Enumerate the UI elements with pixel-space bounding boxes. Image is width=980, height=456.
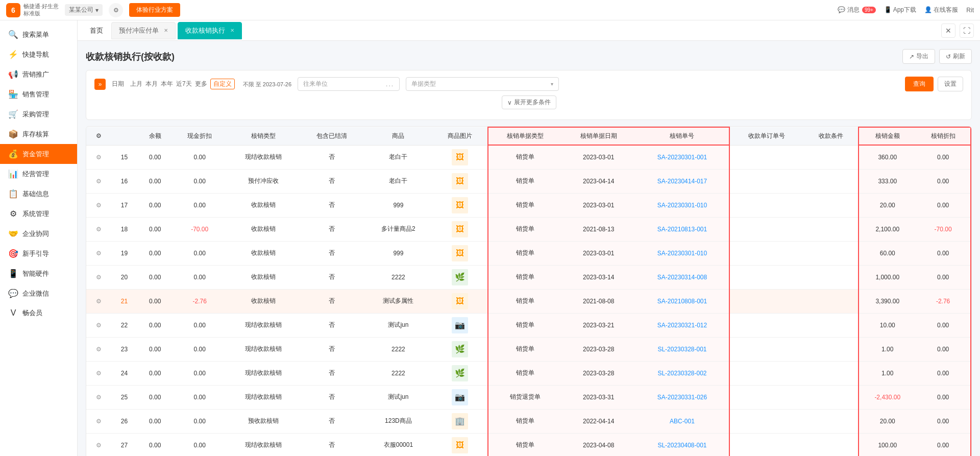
row-receipt-condition — [804, 145, 859, 169]
write-off-no-link[interactable]: SA-20230321-012 — [657, 322, 707, 329]
row-write-off-type: 现结收款核销 — [227, 145, 300, 169]
write-off-no-link[interactable]: SA-20230301-010 — [657, 202, 707, 209]
date-this-year[interactable]: 本年 — [161, 80, 173, 88]
sidebar-item-basic[interactable]: 📋 基础信息 — [0, 184, 77, 204]
write-off-no-link[interactable]: SA-20230314-008 — [657, 274, 707, 281]
refresh-button[interactable]: ↺ 刷新 — [939, 49, 972, 64]
row-settings-icon[interactable]: ⚙ — [86, 409, 111, 433]
date-more[interactable]: 更多 — [195, 80, 207, 88]
sidebar-item-system[interactable]: ⚙ 系统管理 — [0, 204, 77, 224]
date-this-month[interactable]: 本月 — [145, 80, 158, 88]
product-image-thumb: 🖼 — [452, 197, 468, 213]
sidebar-item-sales[interactable]: 🏪 销售管理 — [0, 84, 77, 104]
row-settings-icon[interactable]: ⚙ — [86, 241, 111, 265]
sidebar-item-marketing[interactable]: 📢 营销推广 — [0, 64, 77, 84]
row-write-off-amount: 1.00 — [859, 337, 916, 361]
table-row: ⚙260.000.00预收款核销否123D商品🏢销货单2022-04-14ABC… — [86, 409, 971, 433]
row-settings-icon[interactable]: ⚙ — [86, 145, 111, 169]
row-settings-icon[interactable]: ⚙ — [86, 265, 111, 289]
row-receipt-condition — [804, 361, 859, 385]
row-receipt-order-no — [729, 409, 803, 433]
row-receipt-condition — [804, 337, 859, 361]
row-receipt-condition — [804, 289, 859, 313]
date-custom[interactable]: 自定义 — [210, 79, 235, 89]
settings-icon[interactable]: ⚙ — [109, 3, 123, 17]
write-off-no-link[interactable]: ABC-001 — [670, 418, 695, 425]
tab-home[interactable]: 首页 — [84, 26, 109, 35]
th-write-off-amount: 核销金额 — [859, 127, 916, 145]
messages-button[interactable]: 💬 消息 99+ — [838, 6, 876, 14]
row-cash-discount: 0.00 — [173, 241, 227, 265]
sidebar-item-purchase[interactable]: 🛒 采购管理 — [0, 104, 77, 124]
sidebar-item-operation[interactable]: 📊 经营管理 — [0, 164, 77, 184]
sidebar-item-collab[interactable]: 🤝 企业协同 — [0, 224, 77, 244]
write-off-no-link[interactable]: SL-20230408-001 — [657, 442, 706, 449]
row-write-off-amount: 20.00 — [859, 409, 916, 433]
sidebar-item-guide[interactable]: 🎯 新手引导 — [0, 244, 77, 263]
row-settings-icon[interactable]: ⚙ — [86, 385, 111, 409]
trial-button[interactable]: 体验行业方案 — [129, 3, 180, 17]
row-settings-icon[interactable]: ⚙ — [86, 289, 111, 313]
tab-prepayment[interactable]: 预付冲应付单 ✕ — [111, 22, 176, 39]
row-settings-icon[interactable]: ⚙ — [86, 433, 111, 456]
row-settings-icon[interactable]: ⚙ — [86, 313, 111, 337]
app-download-button[interactable]: 📱 App下载 — [884, 6, 916, 14]
row-write-off-date: 2023-03-28 — [562, 337, 635, 361]
write-off-no-link[interactable]: SA-20230301-001 — [657, 154, 707, 161]
row-balance: 0.00 — [137, 217, 173, 241]
row-no: 19 — [111, 241, 137, 265]
partner-label: 往来单位 — [303, 80, 328, 88]
row-cash-discount: 0.00 — [173, 409, 227, 433]
sidebar-item-hardware[interactable]: 📱 智能硬件 — [0, 263, 77, 283]
row-settings-icon[interactable]: ⚙ — [86, 169, 111, 193]
row-receipt-order-no — [729, 313, 803, 337]
tab-bar-actions: ✕ ⛶ — [941, 23, 974, 38]
write-off-no-link[interactable]: SA-20210813-001 — [657, 226, 707, 233]
tab-close-icon[interactable]: ✕ — [230, 28, 234, 33]
query-button[interactable]: 查询 — [905, 77, 934, 91]
row-settings-icon[interactable]: ⚙ — [86, 361, 111, 385]
row-balance: 0.00 — [137, 361, 173, 385]
filter-settings-button[interactable]: 设置 — [938, 77, 963, 91]
sidebar-item-wechat[interactable]: 💬 企业微信 — [0, 283, 77, 303]
write-off-no-link[interactable]: SA-20230301-010 — [657, 250, 707, 257]
date-last-month[interactable]: 上月 — [130, 80, 142, 88]
write-off-no-link[interactable]: SA-20230331-026 — [657, 394, 707, 401]
sidebar-item-quick-nav[interactable]: ⚡ 快捷导航 — [0, 44, 77, 64]
date-7days[interactable]: 近7天 — [176, 80, 192, 88]
row-product: 2222 — [364, 337, 433, 361]
export-button[interactable]: ↗ 导出 — [902, 49, 935, 64]
expand-more-button[interactable]: ∨ 展开更多条件 — [502, 95, 556, 109]
row-settings-icon[interactable]: ⚙ — [86, 337, 111, 361]
row-write-off-no: SA-20230321-012 — [635, 313, 730, 337]
sidebar-item-label: 系统管理 — [22, 209, 49, 219]
write-off-no-link[interactable]: SA-20210808-001 — [657, 298, 707, 305]
product-image-thumb: 📷 — [452, 389, 468, 405]
partner-filter[interactable]: 往来单位 ... — [298, 77, 400, 91]
th-settings[interactable]: ⚙ — [86, 127, 111, 145]
row-product-image: 🖼 — [433, 217, 488, 241]
row-settings-icon[interactable]: ⚙ — [86, 193, 111, 217]
table-row: ⚙200.000.00收款核销否2222🌿销货单2023-03-14SA-202… — [86, 265, 971, 289]
sidebar-item-inventory[interactable]: 📦 库存核算 — [0, 124, 77, 144]
tab-close-icon[interactable]: ✕ — [164, 28, 168, 33]
table-row: ⚙220.000.00现结收款核销否测试jun📷销货单2023-03-21SA-… — [86, 313, 971, 337]
filter-expand-button[interactable]: » — [94, 79, 106, 90]
row-settings-icon[interactable]: ⚙ — [86, 217, 111, 241]
expand-tabs-button[interactable]: ⛶ — [960, 23, 974, 38]
row-cash-discount: 0.00 — [173, 337, 227, 361]
company-select[interactable]: 某某公司 ▾ — [65, 4, 103, 16]
write-off-no-link[interactable]: SL-20230328-001 — [657, 346, 706, 353]
logo-icon: 6 — [6, 3, 20, 17]
close-all-tabs-button[interactable]: ✕ — [941, 23, 955, 38]
write-off-no-link[interactable]: SL-20230328-002 — [657, 370, 706, 377]
sidebar-item-finance[interactable]: 💰 资金管理 — [0, 144, 77, 164]
tab-write-off[interactable]: 收款核销执行 ✕ — [178, 22, 242, 39]
sidebar-item-member[interactable]: V 畅会员 — [0, 303, 77, 323]
write-off-no-link[interactable]: SA-20230414-017 — [657, 178, 707, 185]
row-product-image: 🖼 — [433, 241, 488, 265]
online-service-button[interactable]: 👤 在线客服 — [924, 6, 958, 14]
row-balance: 0.00 — [137, 169, 173, 193]
sidebar-item-search[interactable]: 🔍 搜索菜单 — [0, 25, 77, 44]
order-type-filter[interactable]: 单据类型 ▾ — [406, 77, 559, 91]
